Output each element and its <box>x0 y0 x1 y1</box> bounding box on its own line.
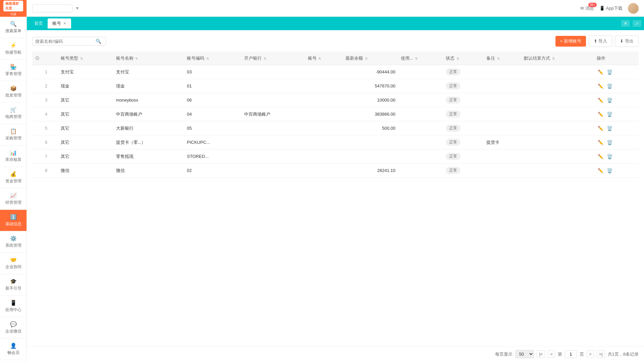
sidebar-item-finance-mgmt[interactable]: 💰 资金管理 <box>0 167 26 188</box>
delete-icon[interactable]: 🗑️ <box>607 69 612 75</box>
member-icon: 👤 <box>10 343 17 349</box>
delete-icon[interactable]: 🗑️ <box>607 168 612 173</box>
sidebar-item-retail-mgmt[interactable]: 🏪 零售管理 <box>0 60 26 81</box>
col-bank[interactable]: 开户银行 ⇅ <box>241 52 305 65</box>
edit-icon[interactable]: ✏️ <box>598 112 603 117</box>
cell-balance: 10000.00 <box>343 93 398 107</box>
col-balance[interactable]: 最新余额 ⇅ <box>343 52 398 65</box>
edit-icon[interactable]: ✏️ <box>598 168 603 173</box>
message-badge: 99+ <box>588 3 597 7</box>
col-name-sort-icon: ⇅ <box>135 57 138 60</box>
cell-account-no <box>305 79 343 93</box>
export-label: ⬇ 导出 <box>620 38 634 44</box>
tab-account[interactable]: 账号 ✕ <box>48 18 71 28</box>
col-account-no-sort-icon: ⇅ <box>318 57 321 60</box>
cell-default-settlement <box>521 107 594 121</box>
sidebar-item-member[interactable]: 👤 畅会员 <box>0 339 26 360</box>
col-settings[interactable]: ⚙ <box>32 52 42 65</box>
cell-settings <box>32 107 42 121</box>
col-remark[interactable]: 备注 ⇅ <box>484 52 521 65</box>
sidebar-item-label: 企业协同 <box>5 264 21 270</box>
export-button[interactable]: ⬇ 导出 <box>615 36 639 47</box>
edit-icon[interactable]: ✏️ <box>598 154 603 159</box>
message-button[interactable]: ✉ 消息 99+ <box>580 5 594 11</box>
cell-usage <box>398 164 443 178</box>
col-default-settlement[interactable]: 默认结算方式 ⇅ <box>521 52 594 65</box>
tab-close-btn[interactable]: ✕ <box>621 20 630 27</box>
sidebar-item-wholesale-mgmt[interactable]: 📦 批发管理 <box>0 81 26 103</box>
next-page-button[interactable]: > <box>587 350 594 358</box>
edit-icon[interactable]: ✏️ <box>598 83 603 89</box>
cell-default-settlement <box>521 149 594 164</box>
top-search-input[interactable] <box>32 4 72 12</box>
delete-icon[interactable]: 🗑️ <box>607 140 612 145</box>
total-label: 共1页，8条记录 <box>608 351 639 357</box>
status-badge: 正常 <box>446 125 461 132</box>
cell-usage <box>398 93 443 107</box>
content-area: 🔍 + 新增账号 ⬆ 导入 ⬇ 导出 ⚙ <box>27 30 644 346</box>
search-input[interactable] <box>35 39 96 44</box>
wholesale-mgmt-icon: 📦 <box>10 85 17 92</box>
sidebar-item-search-menu[interactable]: 🔍 搜索菜单 <box>0 17 26 38</box>
edit-icon[interactable]: ✏️ <box>598 126 603 131</box>
sidebar-item-label: 企业微信 <box>5 328 21 334</box>
system-mgmt-icon: ⚙️ <box>10 235 17 242</box>
col-name[interactable]: 账号名称 ⇅ <box>113 52 184 65</box>
delete-icon[interactable]: 🗑️ <box>607 154 612 159</box>
delete-icon[interactable]: 🗑️ <box>607 98 612 103</box>
tab-home[interactable]: 首页 <box>30 18 48 28</box>
edit-icon[interactable]: ✏️ <box>598 98 603 103</box>
cell-balance: 28241.10 <box>343 164 398 178</box>
cell-account-no <box>305 93 343 107</box>
col-account-no-label: 账号 <box>308 56 317 61</box>
cell-bank <box>241 79 305 93</box>
sidebar-item-basic-info[interactable]: ℹ️ 基础信息 <box>0 210 26 231</box>
app-download-icon: 📱 <box>599 6 605 11</box>
col-status[interactable]: 状态 ⇅ <box>443 52 484 65</box>
col-bank-label: 开户银行 <box>244 56 262 61</box>
sidebar-item-label: 电商管理 <box>5 114 21 120</box>
col-balance-label: 最新余额 <box>345 56 363 61</box>
sidebar-item-app-center[interactable]: 📱 应用中心 <box>0 296 26 317</box>
page-input[interactable] <box>565 350 577 358</box>
edit-icon[interactable]: ✏️ <box>598 140 603 145</box>
delete-icon[interactable]: 🗑️ <box>607 126 612 131</box>
sidebar-item-inventory[interactable]: 📊 库存核算 <box>0 145 26 167</box>
sidebar-item-purchase-mgmt[interactable]: 📋 采购管理 <box>0 124 26 145</box>
delete-icon[interactable]: 🗑️ <box>607 83 612 89</box>
sidebar-item-enterprise-wechat[interactable]: 💬 企业微信 <box>0 317 26 339</box>
header-left: ▼ <box>32 4 79 12</box>
status-badge: 正常 <box>446 167 461 174</box>
import-button[interactable]: ⬆ 导入 <box>589 36 612 47</box>
sidebar-item-operations-mgmt[interactable]: 📈 经营管理 <box>0 188 26 210</box>
dropdown-arrow-icon[interactable]: ▼ <box>75 6 79 11</box>
delete-icon[interactable]: 🗑️ <box>607 112 612 117</box>
sidebar-item-system-mgmt[interactable]: ⚙️ 系统管理 <box>0 231 26 253</box>
cell-type: 其它 <box>58 149 113 164</box>
tab-expand-btn[interactable]: ⤢ <box>633 20 641 27</box>
cell-usage <box>398 121 443 135</box>
app-download-button[interactable]: 📱 App下载 <box>599 5 623 11</box>
first-page-button[interactable]: |< <box>537 350 545 358</box>
col-type[interactable]: 账号类型 ⇅ <box>58 52 113 65</box>
sidebar-item-enterprise-agreement[interactable]: 🤝 企业协同 <box>0 253 26 274</box>
last-page-button[interactable]: >| <box>597 350 605 358</box>
cell-type: 其它 <box>58 107 113 121</box>
col-usage[interactable]: 使用... ⇅ <box>398 52 443 65</box>
col-balance-sort-icon: ⇅ <box>365 57 368 60</box>
edit-icon[interactable]: ✏️ <box>598 69 603 75</box>
prev-page-button[interactable]: < <box>548 350 555 358</box>
col-account-no[interactable]: 账号 ⇅ <box>305 52 343 65</box>
sidebar-item-beginner-guide[interactable]: 🎓 新手引导 <box>0 274 26 296</box>
tab-close-icon[interactable]: ✕ <box>63 21 66 26</box>
search-icon[interactable]: 🔍 <box>96 39 101 44</box>
user-avatar[interactable] <box>628 3 639 14</box>
sidebar-item-quick-nav[interactable]: ⚡ 快捷导航 <box>0 38 26 60</box>
cell-status: 正常 <box>443 164 484 178</box>
col-code[interactable]: 账号编码 ⇅ <box>184 52 241 65</box>
toolbar-right: + 新增账号 ⬆ 导入 ⬇ 导出 <box>555 36 639 47</box>
col-status-sort-icon: ⇅ <box>457 57 459 60</box>
add-account-button[interactable]: + 新增账号 <box>555 36 586 47</box>
page-size-select[interactable]: 50 100 <box>515 350 534 358</box>
sidebar-item-ecommerce-mgmt[interactable]: 🛒 电商管理 <box>0 103 26 124</box>
